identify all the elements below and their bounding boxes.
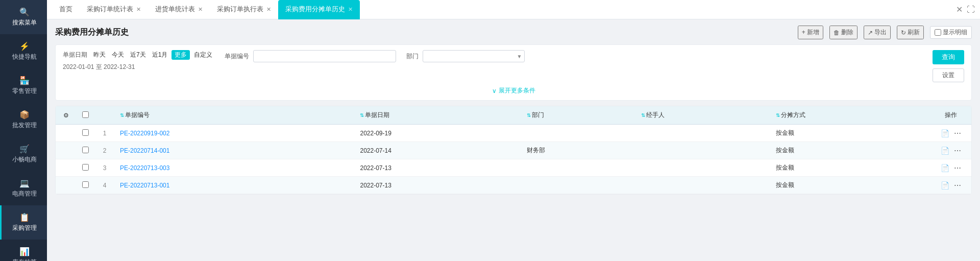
row-checkbox[interactable] [82, 181, 89, 188]
doc-no-label: 单据编号 [225, 52, 249, 61]
tab-purchase-order-stats[interactable]: 采购订单统计表✕ [80, 0, 148, 19]
tab-label: 采购订单执行表 [217, 0, 263, 19]
select-all-checkbox[interactable] [82, 111, 89, 118]
row-dept [522, 159, 636, 177]
tab-close-icon[interactable]: ✕ [266, 0, 271, 19]
sidebar-item-label: 快捷导航 [12, 53, 37, 60]
sidebar-item-label: 搜索菜单 [12, 19, 37, 26]
table-row: 1 PE-20220919-002 2022-09-19 按金额 📄 ⋯ [56, 125, 971, 142]
col-settings[interactable]: ⚙ [56, 106, 76, 125]
row-doc-date: 2022-07-14 [355, 142, 521, 159]
filter-area: 单据日期 昨天 今天 近7天 近1月 更多 自定义 2022-01-01 至 2… [55, 44, 972, 101]
more-ops-icon[interactable]: ⋯ [954, 181, 961, 189]
row-ops: 📄 ⋯ [930, 142, 971, 159]
query-button[interactable]: 查询 [933, 50, 964, 64]
retail-icon: 🏪 [2, 76, 47, 85]
col-doc-date: ⇅单据日期 [355, 106, 521, 125]
expand-more-btn[interactable]: ∨ 展开更多条件 [492, 86, 535, 95]
more-ops-icon[interactable]: ⋯ [954, 129, 961, 137]
doc-no-link[interactable]: PE-20220713-001 [120, 182, 169, 189]
custom-date-btn[interactable]: 自定义 [192, 50, 214, 60]
page-header: 采购费用分摊单历史 + 新增 🗑 删除 ↗ 导出 ↻ 刷新 显示明细 [55, 26, 972, 39]
dept-select[interactable]: 财务部 [423, 50, 525, 62]
tab-label: 采购费用分摊单历史 [285, 0, 345, 19]
tab-home[interactable]: 首页 [52, 0, 80, 19]
view-icon[interactable]: 📄 [941, 164, 949, 172]
row-num: 4 [94, 177, 115, 194]
doc-no-link[interactable]: PE-20220714-001 [120, 147, 169, 154]
close-window-icon[interactable]: ✕ [956, 5, 963, 14]
view-icon[interactable]: 📄 [941, 181, 949, 189]
query-settings-group: 查询 设置 [933, 50, 964, 82]
dept-filter-group: 部门 财务部 ▼ [406, 50, 525, 62]
purchase-icon: 📋 [2, 212, 47, 222]
row-doc-no: PE-20220713-001 [115, 177, 355, 194]
row-handler [636, 125, 771, 142]
export-button[interactable]: ↗ 导出 [864, 26, 891, 39]
filter-row: 单据日期 昨天 今天 近7天 近1月 更多 自定义 2022-01-01 至 2… [63, 50, 964, 82]
sidebar-item-ecommerce[interactable]: 💻电商管理 [0, 171, 47, 205]
sidebar-item-label: 库存核算 [12, 258, 37, 261]
last7days-btn[interactable]: 近7天 [128, 50, 148, 60]
table-row: 3 PE-20220713-003 2022-07-13 按金额 📄 ⋯ [56, 159, 971, 177]
more-ops-icon[interactable]: ⋯ [954, 164, 961, 172]
sidebar-item-label: 电商管理 [12, 190, 37, 197]
tab-close-icon[interactable]: ✕ [198, 0, 203, 19]
row-settings [56, 177, 76, 194]
expand-window-icon[interactable]: ⛶ [967, 5, 975, 14]
row-checkbox[interactable] [82, 129, 89, 136]
row-split-method: 按金额 [771, 177, 930, 194]
sidebar-item-retail[interactable]: 🏪零售管理 [0, 68, 47, 103]
row-ops: 📄 ⋯ [930, 125, 971, 142]
tab-purchase-cost-history[interactable]: 采购费用分摊单历史✕ [278, 0, 360, 19]
row-checkbox[interactable] [82, 164, 89, 171]
sidebar-item-search[interactable]: 🔍搜索菜单 [0, 0, 47, 34]
tab-goods-in-stats[interactable]: 进货单统计表✕ [148, 0, 210, 19]
date-filter-group: 单据日期 昨天 今天 近7天 近1月 更多 自定义 2022-01-01 至 2… [63, 50, 214, 72]
sidebar-item-inventory[interactable]: 📊库存核算 [0, 240, 47, 261]
show-cols-checkbox[interactable] [935, 29, 941, 36]
row-handler [636, 142, 771, 159]
row-split-method: 按金额 [771, 159, 930, 177]
row-checkbox[interactable] [82, 147, 89, 153]
col-ops: 操作 [930, 106, 971, 125]
sidebar-item-quick-nav[interactable]: ⚡快捷导航 [0, 34, 47, 68]
today-btn[interactable]: 今天 [110, 50, 126, 60]
tab-purchase-order-exec[interactable]: 采购订单执行表✕ [210, 0, 278, 19]
more-date-btn[interactable]: 更多 [172, 50, 190, 60]
doc-no-link[interactable]: PE-20220713-003 [120, 164, 169, 172]
refresh-button[interactable]: ↻ 刷新 [897, 26, 924, 39]
filter-settings-button[interactable]: 设置 [933, 68, 964, 82]
sidebar-item-label: 零售管理 [12, 87, 37, 94]
expand-row: ∨ 展开更多条件 [63, 84, 964, 95]
last1month-btn[interactable]: 近1月 [150, 50, 170, 60]
row-doc-date: 2022-07-13 [355, 159, 521, 177]
doc-no-input[interactable] [253, 50, 396, 62]
sidebar-item-small-shop[interactable]: 🛒小畅电商 [0, 137, 47, 171]
doc-no-link[interactable]: PE-20220919-002 [120, 130, 169, 137]
date-range-text: 2022-01-01 至 2022-12-31 [63, 63, 214, 72]
row-checkbox-cell [76, 125, 94, 142]
add-button[interactable]: + 新增 [798, 26, 823, 39]
table-container: ⚙ ⇅单据编号 ⇅单据日期 ⇅部门 ⇅经手人 ⇅分摊方式 操作 [55, 106, 972, 195]
small-shop-icon: 🛒 [2, 144, 47, 154]
col-num [94, 106, 115, 125]
quick-nav-icon: ⚡ [2, 41, 47, 51]
export-icon: ↗ [868, 29, 873, 36]
view-icon[interactable]: 📄 [941, 129, 949, 137]
row-doc-date: 2022-07-13 [355, 177, 521, 194]
col-split-method: ⇅分摊方式 [771, 106, 930, 125]
row-settings [56, 142, 76, 159]
more-ops-icon[interactable]: ⋯ [954, 147, 961, 155]
sidebar-item-purchase[interactable]: 📋采购管理 [0, 205, 47, 240]
row-ops: 📄 ⋯ [930, 159, 971, 177]
delete-button[interactable]: 🗑 删除 [829, 26, 857, 39]
view-icon[interactable]: 📄 [941, 147, 949, 155]
sidebar-item-wholesale[interactable]: 📦批发管理 [0, 103, 47, 137]
tab-close-icon[interactable]: ✕ [136, 0, 141, 19]
row-doc-no: PE-20220714-001 [115, 142, 355, 159]
yesterday-btn[interactable]: 昨天 [91, 50, 108, 60]
wholesale-icon: 📦 [2, 110, 47, 120]
show-cols-checkbox-label[interactable]: 显示明细 [930, 26, 972, 39]
tab-close-icon[interactable]: ✕ [348, 0, 353, 19]
